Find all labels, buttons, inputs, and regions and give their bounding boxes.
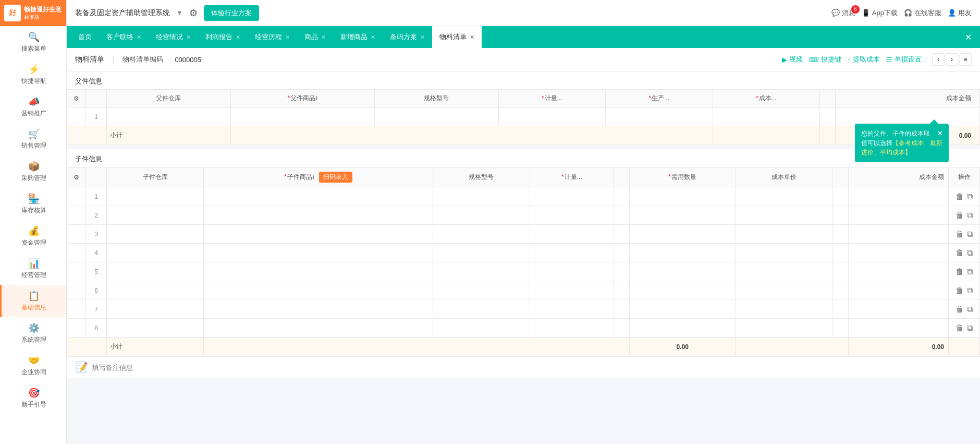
tab-operations-status[interactable]: 经营情况 ✕ xyxy=(149,26,198,48)
delete-row7-btn[interactable]: 🗑 xyxy=(956,305,964,314)
child-col-needed-qty: *需用数量 xyxy=(629,167,736,187)
shortcut-btn[interactable]: ⌨ 快捷键 xyxy=(809,55,841,64)
delete-row3-btn[interactable]: 🗑 xyxy=(956,230,964,239)
close-all-tabs-btn[interactable]: ✕ xyxy=(961,32,976,42)
delete-row1-btn[interactable]: 🗑 xyxy=(956,192,964,201)
close-tab-barcode[interactable]: ✕ xyxy=(420,34,425,41)
sidebar-item-marketing[interactable]: 📣 营销推广 xyxy=(0,91,66,123)
settings-icon[interactable]: ⚙ xyxy=(189,7,198,19)
experience-btn[interactable]: 体验行业方案 xyxy=(204,5,259,21)
copy-row8-btn[interactable]: ⧉ xyxy=(967,323,973,333)
child-row2-extra xyxy=(614,206,629,225)
tab-customers[interactable]: 客户联络 ✕ xyxy=(99,26,149,48)
child-row1-spec[interactable] xyxy=(433,187,530,206)
child-table-settings-icon[interactable]: ⚙ xyxy=(74,174,79,181)
delete-row5-btn[interactable]: 🗑 xyxy=(956,267,964,277)
parent-cost-cell[interactable] xyxy=(713,107,820,126)
sidebar-item-system[interactable]: ⚙️ 系统管理 xyxy=(0,317,66,350)
child-row2-quantity[interactable] xyxy=(530,206,614,225)
child-row2-spec[interactable] xyxy=(433,206,530,225)
sidebar-item-basic-info[interactable]: 📋 基础信息 xyxy=(0,285,66,317)
tab-products[interactable]: 商品 ✕ xyxy=(297,26,333,48)
delete-row8-btn[interactable]: 🗑 xyxy=(956,323,964,333)
copy-row6-btn[interactable]: ⧉ xyxy=(967,286,973,295)
notes-input[interactable] xyxy=(92,364,972,371)
parent-product-cell[interactable] xyxy=(230,107,374,126)
sidebar-item-sales[interactable]: 🛒 销售管理 xyxy=(0,123,66,155)
table-settings-icon[interactable]: ⚙ xyxy=(74,95,79,102)
delete-row2-btn[interactable]: 🗑 xyxy=(956,211,964,220)
parent-warehouse-cell[interactable] xyxy=(107,107,231,126)
headset-icon: 🎧 xyxy=(904,9,912,17)
copy-row4-btn[interactable]: ⧉ xyxy=(967,248,973,258)
child-row1-needed-qty[interactable] xyxy=(629,187,736,206)
nav-next-btn[interactable]: › xyxy=(946,53,958,66)
single-settings-btn[interactable]: ☰ 单据设置 xyxy=(886,55,922,64)
copy-row5-btn[interactable]: ⧉ xyxy=(967,267,973,277)
delete-row6-btn[interactable]: 🗑 xyxy=(956,286,964,295)
store-icon: 🏪 xyxy=(28,193,40,205)
child-col-warehouse: 子件仓库 xyxy=(107,167,204,187)
child-row2-product[interactable] xyxy=(204,206,433,225)
sidebar-item-quick-nav[interactable]: ⚡ 快捷导航 xyxy=(0,58,66,91)
tab-barcode[interactable]: 条码方案 ✕ xyxy=(383,26,432,48)
close-tab-bom[interactable]: ✕ xyxy=(470,34,474,41)
child-row2-unit-cost[interactable] xyxy=(736,206,832,225)
nav-list-btn[interactable]: ≡ xyxy=(959,53,972,66)
tab-new-product[interactable]: 新增商品 ✕ xyxy=(333,26,383,48)
sidebar-item-purchase[interactable]: 📦 采购管理 xyxy=(0,155,66,188)
copy-row3-btn[interactable]: ⧉ xyxy=(967,230,973,239)
child-table-row: 4 🗑 ⧉ xyxy=(67,244,980,262)
child-section: 子件信息 ⚙ 子件仓库 *子件商品ℹ xyxy=(67,149,980,356)
parent-col-production: *生产... xyxy=(606,90,713,107)
child-subtotal-amount: 0.00 xyxy=(848,338,948,356)
close-tab-operations-history[interactable]: ✕ xyxy=(285,34,290,41)
parent-quantity-cell[interactable] xyxy=(498,107,606,126)
app-download-btn[interactable]: 📱 App下载 xyxy=(862,8,898,18)
child-row1-quantity[interactable] xyxy=(530,187,614,206)
sidebar-item-finance[interactable]: 💰 资金管理 xyxy=(0,220,66,253)
scan-input-btn[interactable]: 扫码录入 xyxy=(319,172,352,183)
close-tab-products[interactable]: ✕ xyxy=(321,34,326,41)
online-support-btn[interactable]: 🎧 在线客服 xyxy=(904,8,941,18)
sidebar-item-search[interactable]: 🔍 搜索菜单 xyxy=(0,26,66,58)
nav-prev-btn[interactable]: ‹ xyxy=(932,53,945,66)
child-row1-warehouse[interactable] xyxy=(107,187,204,206)
child-row2-num: 2 xyxy=(86,206,107,225)
sidebar-item-inventory[interactable]: 🏪 库存核算 xyxy=(0,188,66,220)
dropdown-arrow-icon[interactable]: ▼ xyxy=(176,9,183,17)
parent-table-row: 1 xyxy=(67,107,980,126)
child-row1-unit-cost[interactable] xyxy=(736,187,832,206)
child-row2-warehouse[interactable] xyxy=(107,206,204,225)
child-row2-cost-amount xyxy=(848,206,948,225)
view-video-btn[interactable]: ▶ 视频 xyxy=(782,55,803,64)
copy-row2-btn[interactable]: ⧉ xyxy=(967,211,973,220)
parent-spec-cell[interactable] xyxy=(374,107,498,126)
tab-bom[interactable]: 物料清单 ✕ xyxy=(432,26,482,48)
handshake-icon: 🤝 xyxy=(28,355,40,366)
close-tab-profit[interactable]: ✕ xyxy=(236,34,240,41)
breadcrumb-separator: | xyxy=(113,56,114,64)
close-tab-operations-status[interactable]: ✕ xyxy=(186,34,191,41)
copy-row1-btn[interactable]: ⧉ xyxy=(967,192,973,201)
close-tab-new-product[interactable]: ✕ xyxy=(371,34,375,41)
child-row2-settings xyxy=(67,206,86,225)
delete-row4-btn[interactable]: 🗑 xyxy=(956,248,964,258)
child-row2-needed-qty[interactable] xyxy=(629,206,736,225)
tab-operations-history[interactable]: 经营历程 ✕ xyxy=(248,26,297,48)
extract-cost-btn[interactable]: ↑ 提取成本 xyxy=(848,55,880,64)
sidebar-item-enterprise[interactable]: 🤝 企业协同 xyxy=(0,350,66,382)
tab-profit[interactable]: 利润报告 ✕ xyxy=(198,26,248,48)
child-section-title: 子件信息 xyxy=(67,149,980,167)
close-tab-customers[interactable]: ✕ xyxy=(137,34,141,41)
tab-home[interactable]: 首页 xyxy=(71,26,99,48)
copy-row7-btn[interactable]: ⧉ xyxy=(967,305,973,314)
sidebar-item-guide[interactable]: 🎯 新手引导 xyxy=(0,382,66,414)
child-row1-product[interactable] xyxy=(204,187,433,206)
message-btn[interactable]: 💬 消息 6 xyxy=(831,8,855,18)
parent-production-cell[interactable] xyxy=(606,107,713,126)
page-header: 物料清单 | 物料清单编码 0000005 ▶ 视频 ⌨ 快捷键 ↑ 提取成本 xyxy=(67,48,980,71)
tooltip-close-btn[interactable]: ✕ xyxy=(937,129,942,138)
sidebar-item-operations[interactable]: 📊 经营管理 xyxy=(0,253,66,285)
user-btn[interactable]: 👤 用友 xyxy=(948,8,972,18)
